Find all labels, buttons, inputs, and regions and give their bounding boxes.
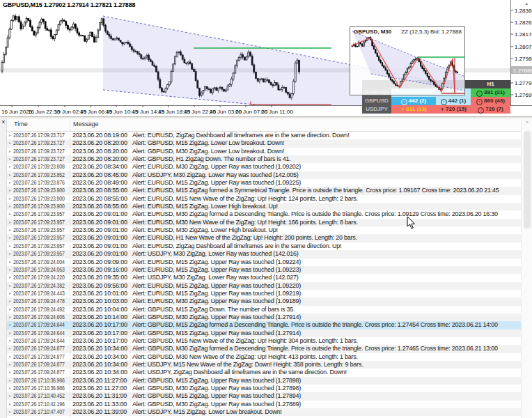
alert-bullet-icon: ▸ (9, 330, 11, 337)
alert-message: Alert: GBPUSD, M15 ZigZag. Upper Ray was… (132, 377, 301, 385)
alert-row[interactable]: ▸2023.07.26 17:09:24.0632023.06.20 09:16… (7, 266, 521, 274)
column-header-message[interactable]: Message (73, 121, 99, 127)
svg-text:1.27695: 1.27695 (515, 92, 532, 98)
inset-chart-m30[interactable]: GBPUSD, M30 ZZ (12,5,3) Bid: 1.27888 (350, 26, 465, 95)
alert-row[interactable]: ▸2023.07.26 17:09:24.0042023.06.20 09:09… (7, 258, 521, 266)
alert-event-time: 2023.06.20 11:39:00 (72, 408, 127, 416)
main-price-chart[interactable]: 1.283601.282651.281701.280751.279801.277… (0, 0, 532, 116)
alert-row[interactable]: ▸2023.07.26 17:09:24.4782023.06.20 10:03… (7, 297, 521, 305)
alert-row[interactable]: ▸2023.07.26 17:09:24.6442023.06.20 10:17… (7, 337, 521, 345)
alert-log-time: 2023.07.26 17:09:24.877 (13, 369, 65, 376)
alert-row[interactable]: ▸2023.07.26 17:09:23.8762023.06.20 08:49… (7, 179, 521, 187)
alert-row[interactable]: ▸2023.07.26 17:10:42.1962023.06.20 11:33… (7, 401, 521, 408)
arrow-up-circle-icon: ↑ (441, 99, 447, 105)
alert-event-time: 2023.06.20 10:01:00 (72, 290, 127, 297)
alert-row[interactable]: ▸2023.07.26 17:09:24.3822023.06.20 09:56… (7, 282, 521, 290)
alert-row[interactable]: ▸2023.07.26 17:09:23.8082023.06.20 08:34… (7, 163, 521, 171)
alert-row[interactable]: ▸2023.07.26 17:09:24.8772023.06.20 10:34… (7, 361, 521, 369)
alert-log-time: 2023.07.26 17:09:23.900 (13, 195, 65, 203)
arrow-up-circle-icon: ↑ (476, 99, 483, 105)
alert-message: Alert: USDJPY, M15 New Wave of the ZigZa… (132, 361, 363, 369)
alert-log-time: 2023.07.26 17:09:24.644 (13, 337, 65, 345)
alert-message: Alert: GBPUSD, M15 ZigZag. Upper Ray was… (132, 392, 301, 400)
alert-message: Alert: GBPUSD, M30 ZigZag. Upper Ray was… (132, 401, 301, 408)
alert-message: Alert: EURUSD, M15 ZigZag formed a Symme… (132, 187, 499, 194)
alert-row[interactable]: ▸2023.07.26 17:09:23.7172023.06.20 08:19… (7, 132, 521, 139)
alert-row[interactable]: ▸2023.07.26 17:09:23.9572023.06.20 09:01… (7, 242, 521, 250)
alert-message: Alert: GBPUSD, M15 New Wave of the ZigZa… (132, 337, 358, 345)
alert-row[interactable]: ▸2023.07.26 17:09:24.4922023.06.20 10:04… (7, 306, 521, 314)
alert-row[interactable]: ▸2023.07.26 17:10:36.9862023.06.20 11:27… (7, 385, 521, 392)
svg-text:1.28170: 1.28170 (515, 31, 532, 38)
alert-row[interactable]: ▸2023.07.26 17:09:24.4432023.06.20 10:01… (7, 290, 521, 297)
alert-event-time: 2023.06.20 08:20:00 (72, 155, 127, 163)
alert-row[interactable]: ▸2023.07.26 17:09:23.7272023.06.20 08:20… (7, 148, 521, 155)
column-header-time[interactable]: Time (14, 121, 28, 127)
alert-row[interactable]: ▸2023.07.26 17:09:23.9572023.06.20 09:01… (7, 226, 521, 234)
alert-row[interactable]: ▸2023.07.26 17:09:24.8772023.06.20 10:34… (7, 345, 521, 353)
alert-row[interactable]: ▸2023.07.26 17:09:24.8772023.06.20 10:34… (7, 369, 521, 376)
alert-event-time: 2023.06.20 09:01:00 (72, 219, 127, 226)
alert-event-time: 2023.06.20 09:01:00 (72, 234, 127, 242)
alert-row[interactable]: ▸2023.07.26 17:10:36.9862023.06.20 11:27… (7, 377, 521, 385)
vertical-scrollbar[interactable]: ⌃ (521, 118, 532, 418)
scrollbar-thumb[interactable] (524, 131, 531, 229)
alert-row[interactable]: ▸2023.07.26 17:09:24.2202023.06.20 09:35… (7, 274, 521, 281)
alert-row[interactable]: ▸2023.07.26 17:09:24.6442023.06.20 10:17… (7, 321, 521, 329)
alert-row[interactable]: ▸2023.07.26 17:10:47.4072023.06.20 11:39… (7, 408, 521, 416)
alert-event-time: 2023.06.20 09:01:00 (72, 250, 127, 258)
alert-row[interactable]: ▸2023.07.26 17:09:23.9572023.06.20 09:01… (7, 250, 521, 258)
alert-row[interactable]: ▸2023.07.26 17:09:24.6062023.06.20 10:14… (7, 314, 521, 321)
dashboard-cell-value: 720 (15) (446, 106, 467, 112)
alert-log-time: 2023.07.26 17:09:24.606 (13, 314, 65, 321)
alert-row[interactable]: ▸2023.07.26 17:09:23.7272023.06.20 08:20… (7, 139, 521, 147)
alert-log-time: 2023.07.26 17:09:24.877 (13, 353, 65, 361)
alert-row[interactable]: ▸2023.07.26 17:09:23.9572023.06.20 09:01… (7, 234, 521, 242)
alert-log-time: 2023.07.26 17:09:23.876 (13, 179, 65, 187)
alert-log-time: 2023.07.26 17:10:42.196 (13, 401, 65, 408)
close-icon[interactable]: × (0, 118, 7, 126)
alert-log-time: 2023.07.26 17:09:24.063 (13, 266, 65, 274)
alert-message: Alert: GBPUSD, M30 ZigZag. Upper Ray was… (132, 314, 301, 321)
alert-row[interactable]: ▸2023.07.26 17:09:23.9002023.06.20 08:55… (7, 187, 521, 194)
dashboard-cell[interactable]: ↑391 (21) (471, 88, 510, 97)
alert-event-time: 2023.06.20 10:17:00 (72, 330, 127, 337)
alert-event-time: 2023.06.20 11:31:00 (72, 392, 127, 400)
alert-row[interactable]: ▸2023.07.26 17:09:23.9572023.06.20 09:01… (7, 219, 521, 226)
alert-event-time: 2023.06.20 08:49:00 (72, 179, 127, 187)
alert-log-time: 2023.07.26 17:09:23.957 (13, 226, 65, 234)
alert-row[interactable]: ▸2023.07.26 17:09:23.9002023.06.20 08:55… (7, 203, 521, 210)
alert-bullet-icon: ▸ (9, 290, 11, 297)
dashboard-cell[interactable]: ↑442 (2) (391, 97, 436, 105)
dashboard-symbol-usdjpy[interactable]: USDJPY (362, 105, 391, 114)
dashboard-cell[interactable]: ↓720 (7) (471, 105, 510, 114)
alert-message: Alert: GBPUSD, M15 ZigZag. Lower Low bre… (132, 139, 284, 147)
alert-row[interactable]: ▸2023.07.26 17:09:23.9572023.06.20 09:01… (7, 210, 521, 218)
alert-bullet-icon: ▸ (9, 139, 11, 147)
alert-row[interactable]: ▸2023.07.26 17:09:24.8772023.06.20 10:34… (7, 353, 521, 361)
alert-message: Alert: EURUSD, M15 ZigZag. Upper Ray was… (132, 179, 301, 187)
dashboard-cell[interactable]: ▼720 (15) (436, 105, 471, 114)
alert-log-time: 2023.07.26 17:09:23.957 (13, 210, 65, 218)
alert-bullet-icon: ▸ (9, 392, 11, 400)
trading-platform-window: 1.283601.282651.281701.280751.279801.277… (0, 0, 532, 418)
dashboard-cell[interactable]: ▼611 (13) (391, 105, 436, 114)
alert-bullet-icon: ▸ (9, 369, 11, 376)
alert-message: Alert: EURUSD, M30 ZigZag. Upper Ray was… (132, 297, 301, 305)
scroll-up-icon[interactable]: ⌃ (523, 120, 531, 128)
alert-row[interactable]: ▸2023.07.26 17:09:24.6442023.06.20 10:17… (7, 330, 521, 337)
alert-bullet-icon: ▸ (9, 187, 11, 194)
alert-message: Alert: USDJPY, ZigZag Dashboard all time… (132, 369, 347, 376)
arrow-up-circle-icon: ↑ (401, 99, 407, 105)
alert-message: Alert: GBPUSD, M15 ZigZag Down. The numb… (132, 306, 295, 314)
alert-row[interactable]: ▸2023.07.26 17:09:23.9002023.06.20 08:55… (7, 195, 521, 203)
chart-title: GBPUSD,M15 1.27902 1.27914 1.27821 1.278… (3, 1, 135, 8)
dashboard-cell[interactable]: ↑860 (43) (471, 97, 510, 105)
alert-row[interactable]: ▸2023.07.26 17:09:23.7272023.06.20 08:20… (7, 155, 521, 163)
dashboard-symbol-gbpusd[interactable]: GBPUSD (362, 97, 391, 105)
alert-row[interactable]: ▸2023.07.26 17:10:40.4522023.06.20 11:31… (7, 392, 521, 400)
alert-row[interactable]: ▸2023.07.26 17:09:23.8522023.06.20 08:45… (7, 171, 521, 179)
dashboard-cell[interactable]: ↑442 (1) (436, 97, 471, 105)
alert-message: Alert: EURUSD, M30 ZigZag. Upper Ray was… (132, 163, 301, 171)
dashboard-cell-value: 720 (7) (485, 106, 503, 112)
